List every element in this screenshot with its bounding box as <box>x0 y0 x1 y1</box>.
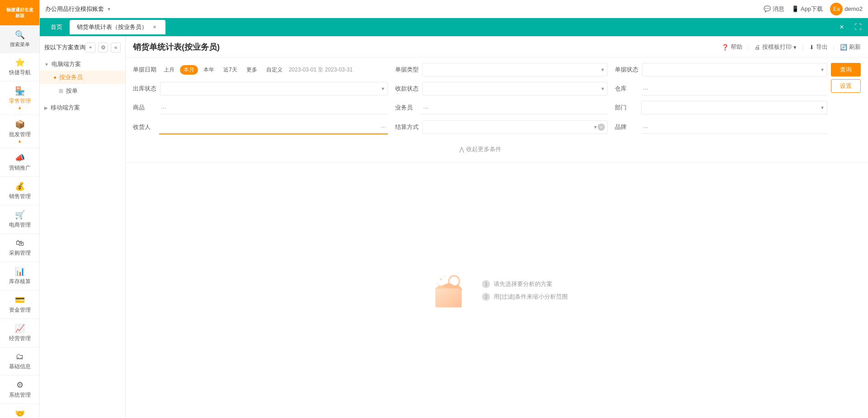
receipt-status-select[interactable] <box>422 82 608 95</box>
finance-icon: 💳 <box>15 295 25 305</box>
sidebar-item-inventory[interactable]: 📊 库存核算 <box>0 262 39 290</box>
dept-select[interactable] <box>641 101 827 114</box>
svg-point-7 <box>444 276 445 277</box>
empty-tip-1: 1 请先选择要分析的方案 <box>482 280 567 288</box>
product-input[interactable]: ··· <box>159 101 388 114</box>
tab-restore-icon[interactable]: ⛶ <box>852 21 864 33</box>
sidebar-item-retail[interactable]: 🏪 零售管理 ▲ <box>0 81 39 115</box>
mobile-section-title[interactable]: ▶ 移动端方案 <box>40 101 125 114</box>
date-tab-7days[interactable]: 近7天 <box>220 65 241 75</box>
breadcrumb-dropdown-icon[interactable]: ▾ <box>108 6 110 12</box>
search-icon: 🔍 <box>15 30 25 40</box>
header-right: 💬 消息 📱 App下载 Ea demo2 <box>764 3 863 15</box>
payment-select[interactable] <box>422 120 608 134</box>
filter-dept: 部门 <box>615 101 827 114</box>
sidebar-item-sales[interactable]: 💰 销售管理 <box>0 177 39 205</box>
desktop-section-title[interactable]: ▼ 电脑端方案 <box>40 58 125 71</box>
sidebar: 畅捷通好生意 标版 🔍 搜索菜单 ⭐ 快捷导航 🏪 零售管理 ▲ 📦 批发管理 … <box>0 0 40 418</box>
tab-sales-report[interactable]: 销货单统计表（按业务员） × <box>70 20 165 34</box>
filter-row-1: 单据日期 上月 本月 本年 近7天 更多 自定义 <box>133 63 827 76</box>
filter-doc-status: 单据状态 <box>615 63 827 76</box>
doc-type-select[interactable] <box>422 63 608 76</box>
doc-status-select[interactable] <box>642 63 827 76</box>
brand-input[interactable]: ··· <box>641 120 827 134</box>
doc-status-label: 单据状态 <box>615 66 638 74</box>
filter-salesperson: 业务员 ··· <box>395 101 608 114</box>
date-tab-more[interactable]: 更多 <box>243 65 261 75</box>
scheme-by-order[interactable]: ⊞ 按单 <box>40 84 125 98</box>
filter-row-4: 收货人 结算方式 <box>133 120 827 134</box>
out-status-select[interactable] <box>160 82 388 95</box>
date-tab-last-month[interactable]: 上月 <box>160 65 178 75</box>
out-status-label: 出库状态 <box>133 85 156 93</box>
scheme-settings-button[interactable]: ⚙ <box>98 43 108 52</box>
ecommerce-icon: 🛒 <box>15 210 25 220</box>
left-panel-actions: + ⚙ « <box>85 43 121 52</box>
collapse-left-icon: « <box>114 44 118 51</box>
sidebar-item-search[interactable]: 🔍 搜索菜单 <box>0 25 39 53</box>
date-tab-this-year[interactable]: 本年 <box>200 65 218 75</box>
app-logo[interactable]: 畅捷通好生意 标版 <box>0 0 40 25</box>
tab-bar-right: × ⛶ <box>835 21 864 33</box>
receiver-input[interactable] <box>159 120 388 133</box>
print-icon: 🖨 <box>755 44 760 51</box>
retail-icon: 🏪 <box>15 86 25 96</box>
date-tab-this-month[interactable]: 本月 <box>180 65 198 75</box>
collapse-button[interactable]: ⋀ 收起更多条件 <box>454 143 507 155</box>
page-title-actions: ❓ 帮助 | 🖨 按模板打印 ▾ | ⬇ 导出 | <box>722 43 861 51</box>
collapse-panel-button[interactable]: « <box>111 43 121 52</box>
sidebar-item-ecommerce[interactable]: 🛒 电商管理 <box>0 205 39 234</box>
out-status-select-wrapper <box>160 82 388 95</box>
scheme-salesperson[interactable]: ● 按业务员 <box>40 71 125 84</box>
warehouse-input[interactable]: ··· <box>641 82 827 95</box>
page-title: 销货单统计表(按业务员) <box>133 42 220 52</box>
user-profile[interactable]: Ea demo2 <box>830 3 863 15</box>
refresh-button[interactable]: 🔄 刷新 <box>840 43 861 51</box>
doc-status-select-wrapper <box>642 63 827 76</box>
sidebar-item-enterprise[interactable]: 🤝 企业协同 <box>0 404 39 418</box>
export-button[interactable]: ⬇ 导出 <box>809 43 828 51</box>
print-button[interactable]: 🖨 按模板打印 ▾ <box>755 43 797 51</box>
mobile-section: ▶ 移动端方案 <box>40 100 125 116</box>
empty-state: 1 请先选择要分析的方案 2 用[过滤]条件来缩小分析范围 <box>126 163 868 418</box>
logo-text: 畅捷通好生意 标版 <box>6 7 33 19</box>
sidebar-item-system[interactable]: ⚙ 系统管理 <box>0 375 39 404</box>
date-tabs: 上月 本月 本年 近7天 更多 自定义 <box>160 65 286 75</box>
left-panel-header: 按以下方案查询 + ⚙ « <box>40 41 125 56</box>
sidebar-item-marketing[interactable]: 📣 营销推广 <box>0 148 39 177</box>
help-button[interactable]: ❓ 帮助 <box>722 43 742 51</box>
section-arrow-right: ▶ <box>44 105 48 110</box>
receiver-input-wrapper <box>159 120 388 134</box>
settings-button[interactable]: 设置 <box>831 79 861 93</box>
date-tab-custom[interactable]: 自定义 <box>263 65 286 75</box>
sidebar-item-quick-nav[interactable]: ⭐ 快捷导航 <box>0 53 39 81</box>
add-scheme-button[interactable]: + <box>85 43 95 52</box>
app-download-button[interactable]: 📱 App下载 <box>792 5 823 13</box>
download-icon: 📱 <box>792 5 799 12</box>
header-left: 办公用品行业模拟账套 ▾ <box>45 5 110 13</box>
tab-close-all-icon[interactable]: × <box>835 21 848 33</box>
payment-clear-button[interactable]: × <box>598 124 605 131</box>
operations-icon: 📈 <box>15 323 25 333</box>
settings-small-icon: ⚙ <box>101 44 106 51</box>
tab-close-button[interactable]: × <box>151 24 158 31</box>
dept-label: 部门 <box>615 104 637 112</box>
filter-receiver: 收货人 <box>133 120 388 134</box>
sidebar-item-operations[interactable]: 📈 经营管理 <box>0 319 39 347</box>
filter-grid: 单据日期 上月 本月 本年 近7天 更多 自定义 <box>133 63 827 157</box>
query-button[interactable]: 查询 <box>831 63 861 76</box>
messages-button[interactable]: 💬 消息 <box>764 5 784 13</box>
enterprise-icon: 🤝 <box>15 408 25 418</box>
sidebar-item-wholesale[interactable]: 📦 批发管理 ▲ <box>0 115 39 148</box>
sidebar-item-basicinfo[interactable]: 🗂 基础信息 <box>0 347 39 375</box>
refresh-icon: 🔄 <box>840 44 847 51</box>
sidebar-item-purchase[interactable]: 🛍 采购管理 <box>0 234 39 262</box>
payment-label: 结算方式 <box>395 123 419 131</box>
sidebar-item-finance[interactable]: 💳 资金管理 <box>0 290 39 319</box>
sales-icon: 💰 <box>15 181 25 191</box>
salesperson-input[interactable]: ··· <box>421 101 608 114</box>
tab-home[interactable]: 首页 <box>43 20 70 34</box>
warehouse-label: 仓库 <box>615 85 637 93</box>
export-icon: ⬇ <box>809 44 814 51</box>
basicinfo-icon: 🗂 <box>16 352 24 361</box>
